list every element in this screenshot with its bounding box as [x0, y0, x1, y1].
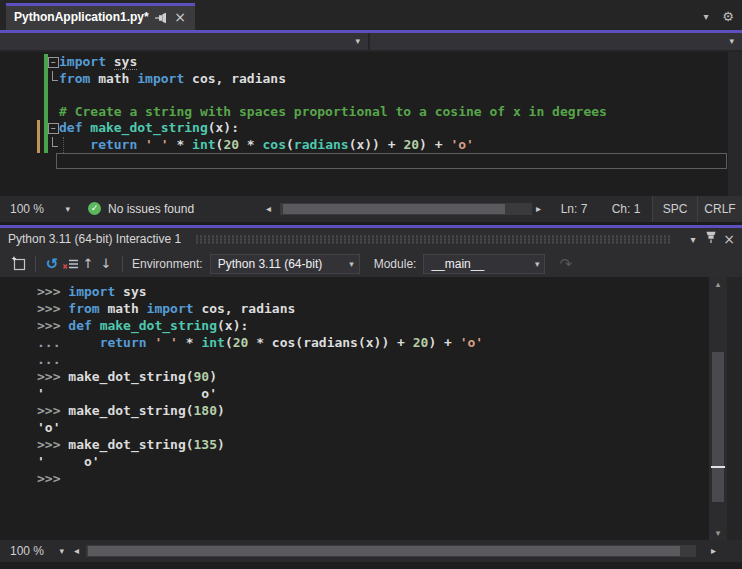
gear-icon[interactable]: ⚙ [720, 8, 736, 26]
repl-line: ' o' [0, 453, 742, 470]
editor-code-line [0, 153, 742, 170]
no-issues-check-icon: ✓ [88, 202, 101, 215]
editor-status-bar: 100 % ▾ ✓ No issues found ◂ ▸ Ln: 7 Ch: … [0, 196, 742, 222]
scroll-left-icon[interactable]: ◂ [266, 196, 271, 222]
environment-value: Python 3.11 (64-bit) [218, 257, 323, 271]
repl-line: ... return ' ' * int(20 * cos(radians(x)… [0, 334, 742, 351]
scroll-right-icon[interactable]: ▸ [536, 196, 541, 222]
clear-screen-icon[interactable] [61, 255, 79, 273]
vs-window: PythonApplication1.py* × ▾ ⚙ ▾ ▾ −import… [0, 0, 742, 569]
member-navigation-dropdown[interactable]: ▾ [370, 33, 742, 50]
editor-code-line: return ' ' * int(20 * cos(radians(x)) + … [0, 137, 742, 154]
toolbar-separator [35, 256, 36, 272]
eol-indicator[interactable]: CRLF [697, 196, 742, 222]
editor-code-line: from math import cos, radians [0, 71, 742, 88]
repl-zoom-select[interactable]: 100 % ▾ [0, 540, 70, 562]
change-bar-saved [44, 87, 48, 104]
change-bar-unsaved [37, 120, 40, 137]
collapse-region-icon[interactable]: − [48, 57, 59, 68]
editor-horizontal-scrollbar[interactable] [280, 203, 532, 215]
repl-line: >>> from math import cos, radians [0, 300, 742, 317]
chevron-down-icon: ▾ [349, 255, 354, 273]
editor-tab-bar: PythonApplication1.py* × ▾ ⚙ [0, 0, 742, 30]
repl-line: >>> make_dot_string(90) [0, 368, 742, 385]
repl-horizontal-scrollbar[interactable] [86, 545, 696, 557]
tab-title: PythonApplication1.py* [14, 3, 149, 32]
issues-status-text: No issues found [108, 196, 194, 222]
repl-output-area: >>> import sys>>> from math import cos, … [0, 283, 742, 487]
reset-repl-icon[interactable]: ↺ [43, 255, 61, 273]
indent-guide [63, 137, 64, 154]
chevron-down-icon: ▾ [355, 36, 360, 46]
zoom-value: 100 % [10, 202, 44, 216]
repl-line: >>> [0, 470, 742, 487]
scroll-right-icon[interactable]: ▸ [711, 540, 716, 562]
collapse-region-icon[interactable]: − [48, 123, 59, 134]
interactive-window-titlebar[interactable]: Python 3.11 (64-bit) Interactive 1 ▾ × [0, 225, 742, 250]
outline-guide [52, 137, 58, 147]
pin-icon[interactable] [154, 11, 168, 25]
interactive-window-title: Python 3.11 (64-bit) Interactive 1 [8, 232, 181, 246]
repl-line: >>> make_dot_string(135) [0, 436, 742, 453]
repl-line: ... [0, 351, 742, 368]
code-editor[interactable]: −import sysfrom math import cos, radians… [0, 52, 742, 196]
line-indicator: Ln: 7 [548, 196, 600, 222]
change-bar-unsaved [37, 137, 40, 154]
change-bar-saved [44, 104, 48, 121]
close-icon[interactable]: × [720, 231, 738, 247]
column-indicator: Ch: 1 [600, 196, 652, 222]
editor-code-line: −def make_dot_string(x): [0, 120, 742, 137]
repl-vertical-scrollbar[interactable]: ▴ ▾ [709, 277, 727, 540]
chevron-down-icon: ▾ [535, 255, 540, 273]
repl-line: >>> make_dot_string(180) [0, 402, 742, 419]
history-previous-icon[interactable]: ↑ [79, 255, 97, 273]
module-value: __main__ [431, 257, 484, 271]
caret-position-group: Ln: 7 Ch: 1 SPC CRLF [548, 196, 742, 222]
zoom-value: 100 % [10, 544, 44, 558]
editor-code-line [0, 87, 742, 104]
environment-select[interactable]: Python 3.11 (64-bit) ▾ [210, 254, 360, 274]
caret-position-marker [711, 466, 725, 468]
scroll-up-icon[interactable]: ▴ [709, 279, 727, 289]
scrollbar-thumb[interactable] [712, 352, 724, 502]
repl-line: ' o' [0, 385, 742, 402]
editor-code-area: −import sysfrom math import cos, radians… [0, 54, 742, 170]
spaces-indicator[interactable]: SPC [652, 196, 697, 222]
outline-guide [52, 71, 58, 81]
repl-right-margin [727, 277, 742, 540]
scroll-down-icon[interactable]: ▾ [709, 528, 727, 538]
window-position-dropdown-icon[interactable]: ▾ [684, 234, 702, 245]
scrollbar-thumb[interactable] [88, 546, 680, 556]
send-to-interactive-icon[interactable]: ↷ [559, 255, 572, 273]
tab-well-controls: ▾ ⚙ [698, 8, 736, 26]
tab-list-dropdown-icon[interactable]: ▾ [698, 8, 714, 26]
editor-zoom-select[interactable]: 100 % ▾ [0, 196, 76, 222]
environment-window-icon[interactable] [10, 255, 28, 273]
change-bar-saved [44, 71, 48, 88]
pin-icon[interactable] [702, 230, 720, 248]
toolbar-separator [122, 256, 123, 272]
chevron-down-icon: ▾ [59, 540, 64, 562]
navigation-bar: ▾ ▾ [0, 33, 742, 52]
editor-code-line: −import sys [0, 54, 742, 71]
type-navigation-dropdown[interactable]: ▾ [0, 33, 368, 50]
close-icon[interactable]: × [172, 6, 188, 28]
repl-line: >>> def make_dot_string(x): [0, 317, 742, 334]
repl-line: >>> import sys [0, 283, 742, 300]
chevron-down-icon: ▾ [65, 196, 70, 222]
history-next-icon[interactable]: ↓ [97, 255, 115, 273]
titlebar-drag-grip[interactable] [195, 235, 672, 244]
interactive-status-bar: 100 % ▾ ◂ ▸ [0, 540, 742, 562]
scroll-left-icon[interactable]: ◂ [74, 540, 79, 562]
chevron-down-icon: ▾ [729, 36, 734, 46]
tab-pythonapplication1[interactable]: PythonApplication1.py* × [6, 3, 195, 30]
interactive-repl[interactable]: >>> import sys>>> from math import cos, … [0, 277, 742, 540]
module-label: Module: [374, 257, 417, 271]
scrollbar-thumb[interactable] [283, 204, 505, 214]
editor-vertical-scrollbar[interactable] [728, 52, 742, 196]
environment-label: Environment: [132, 257, 203, 271]
module-select[interactable]: __main__ ▾ [423, 254, 545, 274]
repl-line: 'o' [0, 419, 742, 436]
editor-code-line: # Create a string with spaces proportion… [0, 104, 742, 121]
window-bottom-edge [0, 562, 742, 569]
